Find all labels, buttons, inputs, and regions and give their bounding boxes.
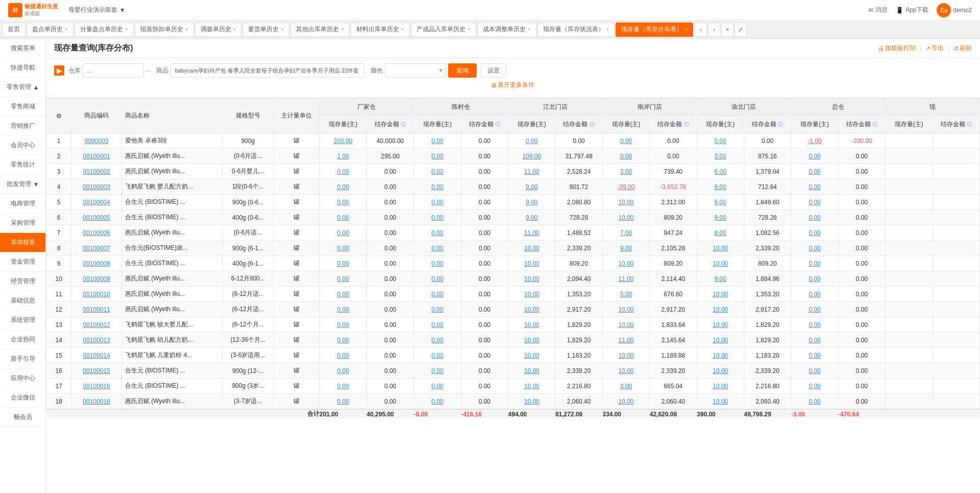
cell-lj-x[interactable]: 0.00: [414, 256, 461, 271]
cell-yb-x[interactable]: 10.00: [697, 241, 744, 256]
cell-na-x[interactable]: 11.00: [602, 271, 649, 287]
cell-na-x[interactable]: 5.00: [602, 287, 649, 302]
cell-na-x[interactable]: 10.00: [602, 210, 649, 225]
sidebar-item-operations[interactable]: 经营管理: [0, 272, 45, 291]
cell-code[interactable]: 00100006: [71, 225, 122, 241]
cell-cj-x[interactable]: 0.00: [320, 302, 366, 317]
cell-cj-x[interactable]: 0.00: [320, 333, 366, 348]
cell-zc-x[interactable]: 0.00: [791, 302, 838, 317]
cell-yb-x[interactable]: 10.00: [697, 348, 744, 363]
cell-jb-x[interactable]: 9.00: [508, 195, 555, 210]
cell-na-x[interactable]: 10.00: [602, 317, 649, 333]
cell-na-x[interactable]: 11.00: [602, 333, 649, 348]
tab-fullscreen-btn[interactable]: ⤢: [734, 22, 747, 37]
tab-prev-btn[interactable]: ‹: [695, 22, 707, 37]
cell-cj-x[interactable]: 0.00: [320, 271, 366, 287]
tab-close[interactable]: ×: [341, 27, 344, 32]
cell-code[interactable]: 0000003: [71, 133, 122, 149]
cell-cj-x[interactable]: 200.00: [320, 133, 366, 149]
tab-zuchai[interactable]: 组装拆卸单历史 ×: [135, 22, 194, 37]
cell-lj-x[interactable]: 0.00: [414, 333, 461, 348]
cell-na-x[interactable]: 3.00: [602, 164, 649, 179]
cell-code[interactable]: 00100016: [71, 379, 122, 394]
cell-na-x[interactable]: 10.00: [602, 394, 649, 410]
setting-btn[interactable]: 设置: [481, 63, 506, 78]
cell-code[interactable]: 00100013: [71, 333, 122, 348]
cell-jb-x[interactable]: 10.00: [508, 363, 555, 379]
tab-home[interactable]: 首页: [2, 22, 26, 37]
cell-cj-x[interactable]: 0.00: [320, 241, 366, 256]
cell-code[interactable]: 00100012: [71, 317, 122, 333]
product-input[interactable]: [170, 63, 364, 78]
tab-chanpinruku[interactable]: 产成品入库单历史 ×: [411, 22, 476, 37]
cell-code[interactable]: 00100011: [71, 302, 122, 317]
print-btn[interactable]: 🖨 按模板打印: [878, 44, 916, 53]
cell-cj-x[interactable]: 0.00: [320, 363, 366, 379]
warehouse-input[interactable]: [83, 63, 144, 78]
cell-jb-x[interactable]: 0.00: [508, 133, 555, 149]
filter-collapse-btn[interactable]: ▶: [54, 65, 64, 76]
cell-code[interactable]: 00100009: [71, 271, 122, 287]
cell-na-x[interactable]: -39.00: [602, 179, 649, 195]
sidebar-item-collab[interactable]: 企业协同: [0, 330, 45, 349]
sidebar-item-basic[interactable]: 基础信息: [0, 291, 45, 311]
export-btn[interactable]: ↗ 导出: [925, 44, 944, 53]
tab-close[interactable]: ×: [185, 27, 188, 32]
cell-zc-x[interactable]: 0.00: [791, 164, 838, 179]
cell-code[interactable]: 00100003: [71, 179, 122, 195]
tab-xianzailiang1[interactable]: 现存量（库存状况表） ×: [537, 22, 615, 37]
cell-yb-x[interactable]: 8.00: [697, 195, 744, 210]
cell-cj-x[interactable]: 0.00: [320, 195, 366, 210]
expand-conditions-btn[interactable]: ⊞ 展开更多条件: [492, 81, 534, 89]
cell-yb-x[interactable]: 0.00: [697, 133, 744, 149]
tab-close[interactable]: ×: [65, 27, 68, 32]
cell-lj-x[interactable]: 0.00: [414, 302, 461, 317]
cell-zc-x[interactable]: 0.00: [791, 348, 838, 363]
cell-na-x[interactable]: 9.00: [602, 241, 649, 256]
industry-selector[interactable]: 母婴行业演示陈套 ▼: [68, 6, 126, 14]
sidebar-item-retailshop[interactable]: 零售商城: [0, 97, 45, 116]
cell-zc-x[interactable]: 0.00: [791, 149, 838, 164]
cell-jb-x[interactable]: 10.00: [508, 348, 555, 363]
cell-yb-x[interactable]: 6.00: [697, 164, 744, 179]
cell-yb-x[interactable]: 10.00: [697, 256, 744, 271]
cell-na-x[interactable]: 0.00: [602, 133, 649, 149]
cell-lj-x[interactable]: 0.00: [414, 133, 461, 149]
cell-zc-x[interactable]: 0.00: [791, 210, 838, 225]
tab-close[interactable]: ×: [401, 27, 404, 32]
cell-cj-x[interactable]: 0.00: [320, 225, 366, 241]
cell-jb-x[interactable]: 11.00: [508, 225, 555, 241]
th-settings[interactable]: ⚙: [46, 99, 71, 133]
cell-code[interactable]: 00100008: [71, 256, 122, 271]
tab-cailiaochu[interactable]: 材料出库单历史 ×: [351, 22, 410, 37]
cell-cj-x[interactable]: 0.00: [320, 394, 366, 410]
cell-lj-x[interactable]: 0.00: [414, 210, 461, 225]
cell-zc-x[interactable]: 0.00: [791, 179, 838, 195]
cell-yb-x[interactable]: 9.00: [697, 271, 744, 287]
cell-cj-x[interactable]: 0.00: [320, 164, 366, 179]
cell-na-x[interactable]: 10.00: [602, 195, 649, 210]
app-download-btn[interactable]: 📱 App下载: [896, 6, 928, 14]
query-btn[interactable]: 查询: [448, 63, 477, 78]
cell-zc-x[interactable]: 0.00: [791, 195, 838, 210]
cell-jb-x[interactable]: 11.00: [508, 164, 555, 179]
cell-yb-x[interactable]: 10.00: [697, 379, 744, 394]
cell-na-x[interactable]: 10.00: [602, 363, 649, 379]
cell-zc-x[interactable]: 0.00: [791, 256, 838, 271]
cell-zc-x[interactable]: 0.00: [791, 225, 838, 241]
message-btn[interactable]: ✉ 消息: [868, 6, 888, 14]
cell-yb-x[interactable]: 10.00: [697, 287, 744, 302]
cell-jb-x[interactable]: 109.00: [508, 149, 555, 164]
cell-jb-x[interactable]: 10.00: [508, 271, 555, 287]
tab-close-all-btn[interactable]: ×: [721, 22, 733, 37]
cell-lj-x[interactable]: 0.00: [414, 241, 461, 256]
table-container[interactable]: ⚙ 商品编码 商品名称 规格型号 主计量单位 厂家仓 陈村仓 江北门店 南岸门店…: [46, 98, 980, 493]
cell-cj-x[interactable]: 0.00: [320, 317, 366, 333]
sidebar-item-guide[interactable]: 新手引导: [0, 349, 45, 369]
cell-lj-x[interactable]: 0.00: [414, 195, 461, 210]
cell-jb-x[interactable]: 9.00: [508, 179, 555, 195]
cell-code[interactable]: 00100018: [71, 394, 122, 410]
cell-yb-x[interactable]: 9.00: [697, 210, 744, 225]
refresh-btn[interactable]: ↺ 刷新: [953, 44, 972, 53]
cell-zc-x[interactable]: 0.00: [791, 394, 838, 410]
